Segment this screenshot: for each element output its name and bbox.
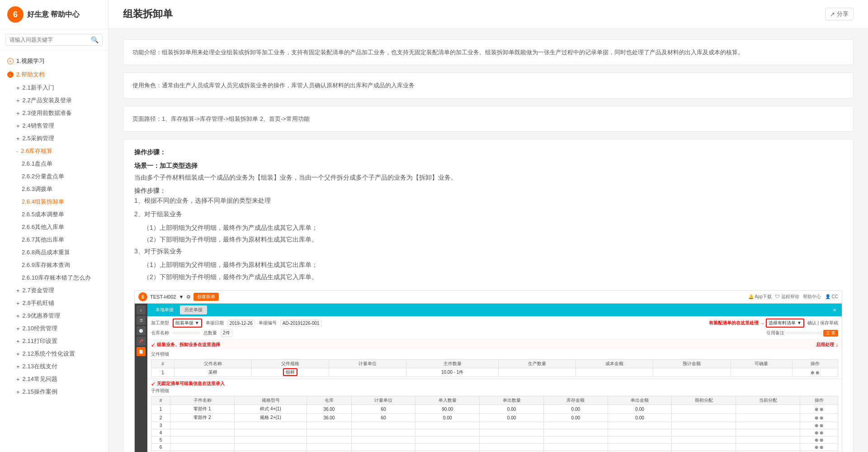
sidebar-item-2-13[interactable]: + 2.13在线支付 [0, 360, 108, 373]
sim-tab-list[interactable]: 历史单据 [180, 305, 207, 314]
sim-tab-new[interactable]: 本地单据 [151, 305, 178, 314]
row-seq: 1 [151, 368, 175, 377]
page-title: 组装拆卸单 [123, 7, 173, 21]
sidebar-item-2-6-5[interactable]: 2.6.5成本调整单 [0, 208, 108, 221]
sim-new-btn[interactable]: 创建新单 [193, 293, 219, 301]
arrow5: ↙ [151, 381, 156, 387]
annotation5-row: ↙ 无固定清单可组装信息在这里录入 [151, 381, 838, 387]
sidebar-item-helpdoc[interactable]: - 2.帮助文档 [0, 68, 108, 81]
sidebar-item-2-8[interactable]: + 2.8手机旺铺 [0, 297, 108, 309]
sidebar-item-2-6-4[interactable]: 2.6.4组装拆卸单 [0, 195, 108, 208]
sidebar-item-label: 2.8手机旺铺 [23, 299, 54, 307]
spec-input-red[interactable]: 组样 [283, 368, 297, 376]
sidebar-item-2-6-6[interactable]: 2.6.6其他入库单 [0, 221, 108, 233]
sidebar-item-label: 2.14常见问题 [23, 375, 57, 383]
sidebar-item-2-6-10[interactable]: 2.6.10库存账本错了怎么办 [0, 271, 108, 284]
col-child-wh: 仓库 [307, 396, 351, 405]
step3-sub1: （1）上部明细为父件明细，最终作为原材料生成其它出库单； [134, 259, 842, 271]
step2-text: 2、对于组装业务 [134, 209, 842, 220]
sim-parent-table: # 父件名称 父件规格 计量单位 主件数量 生产数量 成本金额 预计金额 [151, 359, 838, 377]
table-row: 2 零部件 2 规格 2+(1) 36.00 60 0.00 0.00 0.00 [151, 414, 838, 422]
logo-area: 6 好生意 帮助中心 [0, 0, 108, 29]
sidebar-item-2-12[interactable]: + 2.12系统个性化设置 [0, 347, 108, 360]
table-row: 4 [151, 429, 838, 437]
step3-text: 3、对于拆装业务 [134, 246, 842, 257]
expand-icon-2-14: + [16, 376, 20, 383]
search-input[interactable] [9, 37, 91, 43]
expand-icon: + [7, 58, 14, 64]
arrow1: → [760, 321, 764, 326]
sidebar-item-2-4[interactable]: + 2.4销售管理 [0, 119, 108, 132]
sidebar-item-2-6-1[interactable]: 2.6.1盘点单 [0, 157, 108, 170]
sidebar-item-label: 2.13在线支付 [23, 362, 57, 371]
sidebar-item-2-3[interactable]: + 2.3使用前数据准备 [0, 107, 108, 119]
step2-sub1: （1）上部明细为父件明细，最终作为产成品生成其它入库单； [134, 222, 842, 234]
app-title: 好生意 帮助中心 [27, 10, 80, 19]
sim-screen: 6 TEST-H002 ▼ ⚙ 创建新单 🔔 App下载 🛡 远程帮你 帮助中心… [135, 290, 842, 452]
sidebar-item-2-6-3[interactable]: 2.6.3调拨单 [0, 183, 108, 195]
share-icon: ↗ [830, 11, 835, 18]
col-child-out-amt: 单出金额 [608, 396, 672, 405]
annotation3-row: ↙ 组装业务、拆卸业务在这里选择 启用处理 ↓ [151, 341, 838, 349]
sim-dropdown: ▼ [179, 294, 184, 300]
sim-confirm-btn-label: 确认 | 保存草稿 [807, 320, 838, 326]
sidebar-item-2-15[interactable]: + 2.15操作案例 [0, 385, 108, 398]
share-button[interactable]: ↗ 分享 [825, 8, 854, 20]
sim-tabs-container: 本地单据 历史单据 [151, 305, 207, 314]
sim-qty-value: 2件 [221, 329, 232, 337]
sim-parent-label: 父件明细 [151, 351, 838, 357]
col-child-name: 子件名称 [170, 396, 235, 405]
expand-icon-2-4: + [16, 123, 20, 129]
table-row: 1 零部件 1 样式 4+(1) 36.00 60 90.00 0.00 0.0… [151, 405, 838, 414]
app-logo-icon: 6 [7, 6, 24, 23]
sim-pin-icon: 📌 [137, 337, 146, 346]
expand-icon-2-8: + [16, 300, 20, 307]
sidebar-item-label: 2.7资金管理 [23, 286, 54, 295]
col-child-act: 操作 [800, 396, 838, 405]
sidebar-item-2-7[interactable]: + 2.7资金管理 [0, 284, 108, 297]
intro-block-2: 使用角色：通常由生产人员或库管人员完成拆装业务的操作，库管人员确认原材料的出库和… [123, 72, 854, 98]
expand-icon-2-5: + [16, 135, 20, 142]
sim-bom-select[interactable]: 选择有料清单 ▼ [766, 319, 804, 328]
sidebar-item-2-9[interactable]: + 2.9优惠券管理 [0, 309, 108, 322]
sidebar-item-2-6-8[interactable]: 2.6.8商品成本重算 [0, 246, 108, 259]
sidebar-item-2-11[interactable]: + 2.11打印设置 [0, 335, 108, 347]
sidebar: 6 好生意 帮助中心 🔍 + 1.视频学习 - 2.帮助文档 + 2.1新手入门 [0, 0, 108, 452]
sidebar-item-2-6-9[interactable]: 2.6.9库存账本查询 [0, 259, 108, 271]
search-box[interactable]: 🔍 [5, 34, 103, 46]
col-child-spec: 规格型号 [234, 396, 307, 405]
sim-main-layout: ⌂ ☰ 🕐 📌 📄 本地单据 历史单据 [135, 304, 842, 452]
row-avail-qty [731, 368, 792, 377]
sidebar-item-2-5[interactable]: + 2.5采购管理 [0, 132, 108, 145]
sidebar-item-2-10[interactable]: + 2.10经营管理 [0, 322, 108, 335]
sidebar-item-2-2[interactable]: + 2.2产品安装及登录 [0, 94, 108, 107]
col-cost-amt: 成本金额 [576, 360, 653, 368]
sim-num-label: 单据编号 [259, 320, 277, 326]
sidebar-item-2-6-7[interactable]: 2.6.7其他出库单 [0, 233, 108, 246]
scenario-desc: 当由多个子件材料组装成一个成品的业务为【组装】业务，当由一个父件拆分成多个子产品… [134, 172, 842, 183]
sidebar-item-2-6[interactable]: - 2.6库存核算 [0, 145, 108, 157]
search-icon[interactable]: 🔍 [91, 36, 99, 43]
col-avail-qty: 可确量 [731, 360, 792, 368]
sidebar-item-2-14[interactable]: + 2.14常见问题 [0, 373, 108, 385]
sim-date-value: 2019-12-26 [227, 320, 255, 327]
sidebar-item-video[interactable]: + 1.视频学习 [0, 54, 108, 68]
row-est-amt [653, 368, 731, 377]
sim-bom2-value [786, 332, 822, 334]
col-child-unit: 计量单位 [351, 396, 415, 405]
sim-type-value[interactable]: 组装单据 ▼ [173, 319, 202, 328]
row-parent-spec: 组样 [251, 368, 329, 377]
col-child-cur-alloc: 当前分配 [736, 396, 800, 405]
sidebar-item-label: 2.9优惠券管理 [23, 312, 60, 320]
sidebar-item-label: 2.3使用前数据准备 [23, 109, 72, 117]
annotation2-area: 引用备注 立 案 [766, 330, 838, 337]
annotation1-text: 有装配清单的在这里处理 [709, 320, 759, 326]
sidebar-item-label: 1.视频学习 [16, 57, 45, 65]
sidebar-item-label: 2.11打印设置 [23, 337, 57, 345]
expand-icon-2-13: + [16, 363, 20, 370]
sim-apply-btn[interactable]: 立 案 [823, 330, 838, 337]
sidebar-item-2-1[interactable]: + 2.1新手入门 [0, 81, 108, 94]
sim-clock-icon: 🕐 [137, 326, 146, 335]
sim-child-label: 子件明细 [151, 388, 838, 394]
sidebar-item-2-6-2[interactable]: 2.6.2分量盘点单 [0, 170, 108, 183]
